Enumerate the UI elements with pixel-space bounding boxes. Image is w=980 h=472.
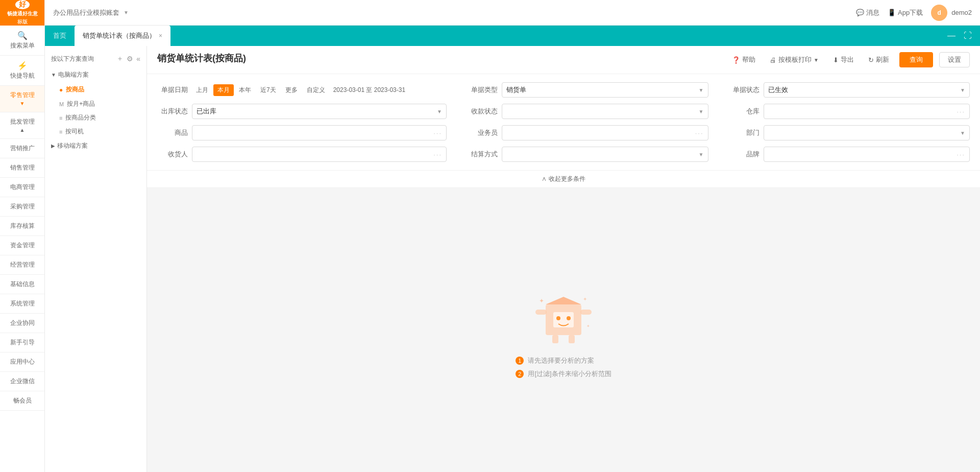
docstatus-value: 已生效 [768, 85, 788, 95]
app-download-action[interactable]: 📱 App下载 [888, 8, 923, 17]
payment-label: 结算方式 [467, 150, 498, 159]
date-tab-7days[interactable]: 近7天 [256, 84, 280, 96]
date-tab-thismonth[interactable]: 本月 [213, 84, 234, 96]
page-header: 销货单统计表(按商品) ❓ 帮助 🖨 按模板打印 ▼ ⬇ 导出 [147, 46, 980, 74]
sidebar-item-retail[interactable]: 零售管理 ▼ [0, 86, 44, 112]
tab-home[interactable]: 首页 [45, 26, 75, 46]
goods-category-icon: ≡ [59, 115, 62, 121]
filter-item-month-goods[interactable]: M 按月+商品 [51, 97, 146, 111]
outstatus-input[interactable]: 已出库 ▼ [192, 104, 447, 119]
settings-scheme-icon[interactable]: ⚙ [127, 55, 133, 63]
goods-active-icon: ● [59, 86, 63, 93]
receivestatus-arrow: ▼ [699, 109, 704, 114]
collapse-sidebar-icon[interactable]: « [136, 55, 140, 63]
mobile-scheme-group[interactable]: ▶ 移动端方案 [45, 138, 146, 153]
salesperson-input[interactable]: ··· [502, 125, 708, 140]
marketing-label: 营销推广 [2, 144, 42, 153]
date-tab-custom[interactable]: 自定义 [303, 84, 329, 96]
doctype-value: 销货单 [506, 85, 526, 95]
brand-input[interactable]: ··· [764, 147, 970, 162]
add-scheme-icon[interactable]: ＋ [116, 54, 124, 63]
mobile-group-arrow: ▶ [51, 143, 55, 149]
sidebar-item-wholesale[interactable]: 批发管理 ▲ [0, 112, 44, 139]
svg-text:✦: ✦ [586, 324, 590, 328]
date-range: 2023-03-01 至 2023-03-31 [333, 86, 405, 95]
date-tab-more[interactable]: 更多 [281, 84, 302, 96]
sidebar-item-member[interactable]: 畅会员 [0, 391, 44, 411]
sidebar-item-ecom[interactable]: 电商管理 [0, 178, 44, 197]
export-btn[interactable]: ⬇ 导出 [829, 53, 858, 66]
sidebar-item-search[interactable]: 🔍 搜索菜单 [0, 26, 44, 56]
docstatus-input[interactable]: 已生效 ▼ [764, 82, 970, 98]
dept-arrow: ▼ [960, 130, 965, 136]
sidebar-item-purchase[interactable]: 采购管理 [0, 197, 44, 217]
settings-btn[interactable]: 设置 [939, 52, 970, 67]
sidebar-item-stock[interactable]: 库存核算 [0, 217, 44, 236]
payment-arrow: ▼ [699, 152, 704, 157]
newbie-label: 新手引导 [2, 338, 42, 347]
sidebar-item-corpwx[interactable]: 企业微信 [0, 372, 44, 391]
tab-maximize-icon[interactable]: ⛶ [962, 29, 974, 42]
header-dropdown-icon[interactable]: ▼ [124, 10, 129, 15]
user-action[interactable]: d demo2 [931, 5, 972, 21]
empty-state: ✦ ✦ ✦ 1 请先选择要分析的方案 2 用[过滤]条件来缩小分析范围 [147, 188, 980, 472]
tab-sales-stats[interactable]: 销货单统计表（按商品） × [75, 26, 170, 46]
dept-field: 部门 ▼ [729, 125, 970, 140]
receivestatus-field: 收款状态 ▼ [467, 104, 708, 119]
svg-rect-6 [569, 335, 575, 343]
svg-rect-5 [552, 335, 558, 343]
left-sidebar: 好 畅捷通好生意 标版 🔍 搜索菜单 ⚡ 快捷导航 零售管理 ▼ 批发管理 ▲ … [0, 0, 45, 472]
pc-scheme-group[interactable]: ▼ 电脑端方案 [45, 67, 146, 82]
filter-item-by-goods[interactable]: ● 按商品 [45, 82, 146, 97]
header-right: 💬 消息 📱 App下载 d demo2 [856, 5, 972, 21]
query-btn[interactable]: 查询 [899, 52, 933, 67]
help-icon: ❓ [732, 56, 740, 64]
sidebar-item-operation[interactable]: 经营管理 [0, 255, 44, 275]
warehouse-dots: ··· [957, 108, 965, 115]
template-print-btn[interactable]: 🖨 按模板打印 ▼ [766, 53, 823, 66]
collapse-bar[interactable]: ∧ 收起更多条件 [147, 171, 980, 188]
stock-label: 库存核算 [2, 222, 42, 230]
receiver-input[interactable]: ··· [192, 147, 447, 162]
top-header: 办公用品行业模拟账套 ▼ 💬 消息 📱 App下载 d demo2 [45, 0, 980, 26]
app-logo: 好 畅捷通好生意 标版 [0, 0, 44, 26]
filter-item-goods-category[interactable]: ≡ 按商品分类 [51, 111, 146, 125]
sidebar-quicknav-label: 快捷导航 [2, 72, 42, 80]
wholesale-arrow: ▲ [20, 127, 25, 133]
pc-group-arrow: ▼ [51, 72, 56, 78]
message-action[interactable]: 💬 消息 [856, 8, 879, 17]
refresh-btn[interactable]: ↻ 刷新 [864, 53, 893, 66]
print-arrow: ▼ [814, 57, 819, 63]
driver-icon: ≡ [59, 129, 62, 135]
app-download-icon: 📱 [888, 9, 896, 16]
empty-tip-2: 2 用[过滤]条件来缩小分析范围 [516, 369, 611, 379]
warehouse-input[interactable]: ··· [764, 104, 970, 119]
main-content: 销货单统计表(按商品) ❓ 帮助 🖨 按模板打印 ▼ ⬇ 导出 [147, 46, 980, 472]
sidebar-item-quicknav[interactable]: ⚡ 快捷导航 [0, 56, 44, 86]
sidebar-item-system[interactable]: 系统管理 [0, 294, 44, 314]
sidebar-item-corp[interactable]: 企业协同 [0, 314, 44, 333]
sidebar-item-newbie[interactable]: 新手引导 [0, 333, 44, 352]
help-btn[interactable]: ❓ 帮助 [728, 53, 760, 66]
sidebar-item-finance[interactable]: 资金管理 [0, 236, 44, 255]
message-label: 消息 [866, 8, 879, 17]
filter-item-driver[interactable]: ≡ 按司机 [51, 125, 146, 138]
date-tabs: 上月 本月 本年 近7天 更多 自定义 [192, 84, 329, 96]
sidebar-item-appcenter[interactable]: 应用中心 [0, 352, 44, 372]
tab-close-icon[interactable]: × [159, 32, 162, 39]
doctype-field: 单据类型 销货单 ▼ [467, 82, 708, 98]
dept-input[interactable]: ▼ [764, 125, 970, 140]
sidebar-item-basic[interactable]: 基础信息 [0, 275, 44, 294]
goods-input[interactable]: ··· [192, 125, 447, 140]
tab-minimize-icon[interactable]: — [945, 29, 958, 42]
outstatus-label: 出库状态 [157, 107, 188, 116]
date-tab-thisyear[interactable]: 本年 [235, 84, 255, 96]
doctype-input[interactable]: 销货单 ▼ [502, 82, 708, 98]
brand-label: 品牌 [729, 150, 760, 159]
sidebar-item-sales[interactable]: 销售管理 [0, 158, 44, 178]
filter-form: 单据日期 上月 本月 本年 近7天 更多 自定义 2023-03-01 至 20… [147, 74, 980, 171]
sidebar-item-marketing[interactable]: 营销推广 [0, 139, 44, 158]
date-tab-lastmonth[interactable]: 上月 [192, 84, 212, 96]
receivestatus-input[interactable]: ▼ [502, 104, 708, 119]
payment-input[interactable]: ▼ [502, 147, 708, 162]
